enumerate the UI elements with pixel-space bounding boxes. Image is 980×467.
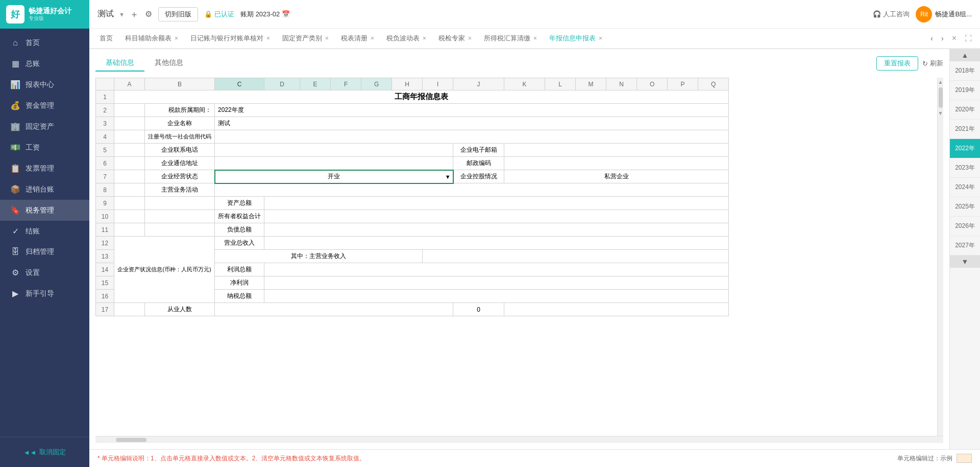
cell-K17-Q17[interactable] xyxy=(504,303,729,316)
cell-B17[interactable]: 从业人数 xyxy=(145,303,215,316)
year-item-2020[interactable]: 2020年 xyxy=(950,100,980,120)
cell-C11[interactable]: 负债总额 xyxy=(215,223,264,237)
tab-prev-btn[interactable]: ‹ xyxy=(926,32,937,44)
cell-D14-Q14[interactable] xyxy=(264,263,729,276)
cell-A[interactable] xyxy=(114,210,145,223)
sidebar-item-invoice[interactable]: 📋发票管理 xyxy=(0,158,89,179)
tab-tax_wave[interactable]: 税负波动表× xyxy=(380,29,432,49)
year-item-2026[interactable]: 2026年 xyxy=(950,217,980,236)
cell-D10-Q10[interactable] xyxy=(264,210,729,223)
cell-J5[interactable]: 企业电子邮箱 xyxy=(453,144,504,157)
sub-tab-basic[interactable]: 基础信息 xyxy=(95,55,144,72)
cell-C5-I5[interactable] xyxy=(215,144,453,157)
cell-K6-Q6[interactable] xyxy=(504,157,729,170)
cell-A[interactable] xyxy=(114,117,145,130)
cell-D13-main-revenue[interactable]: 其中：主营业务收入 xyxy=(215,250,423,263)
cell-C15[interactable]: 净利润 xyxy=(215,276,264,290)
cell-B6[interactable]: 企业通信地址 xyxy=(145,157,215,170)
tab-tax_clear[interactable]: 税表清册× xyxy=(335,29,380,49)
sidebar-item-settings[interactable]: ⚙设置 xyxy=(0,262,89,283)
cell-A[interactable] xyxy=(114,170,145,183)
year-item-2024[interactable]: 2024年 xyxy=(950,178,980,197)
year-item-2027[interactable]: 2027年 xyxy=(950,236,980,255)
cell-B10[interactable] xyxy=(145,210,215,223)
cell-B9[interactable] xyxy=(145,197,215,210)
sub-tab-other[interactable]: 其他信息 xyxy=(144,55,193,72)
cell-J6[interactable]: 邮政编码 xyxy=(453,157,504,170)
cell-D11-Q11[interactable] xyxy=(264,223,729,237)
sidebar-item-payroll[interactable]: 💵工资 xyxy=(0,137,89,158)
year-item-2025[interactable]: 2025年 xyxy=(950,197,980,217)
cell-B8[interactable]: 主营业务活动 xyxy=(145,183,215,197)
tab-home[interactable]: 首页 xyxy=(93,29,119,49)
tab-close-icon[interactable]: × xyxy=(423,35,426,42)
cell-C2[interactable]: 2022年度 xyxy=(215,104,729,117)
cell-A[interactable] xyxy=(114,104,145,117)
cell-C14[interactable]: 利润总额 xyxy=(215,263,264,276)
tab-next-btn[interactable]: › xyxy=(937,32,948,44)
cell-K7-Q7[interactable]: 私营企业 xyxy=(504,170,729,183)
scroll-down-btn[interactable]: ▼ xyxy=(937,109,943,118)
cell-J13-Q13[interactable] xyxy=(423,250,729,263)
year-scroll-down-btn[interactable]: ▼ xyxy=(950,255,980,268)
cell-C17-I17[interactable] xyxy=(215,303,453,316)
sidebar-item-guide[interactable]: ▶新手引导 xyxy=(0,283,89,304)
user-menu[interactable]: Rit 畅捷通B组... xyxy=(916,6,972,22)
cell-D9-Q9[interactable] xyxy=(264,197,729,210)
cell-C7-dropdown[interactable]: 开业▼ xyxy=(215,170,453,183)
cell-B4[interactable]: 注册号/统一社会信用代码 xyxy=(145,130,215,144)
sidebar-item-ledger[interactable]: ▦总账 xyxy=(0,53,89,74)
tab-close-icon[interactable]: × xyxy=(175,35,178,42)
year-scroll-up-btn[interactable]: ▲ xyxy=(950,49,980,61)
cell-J17[interactable]: 0 xyxy=(453,303,504,316)
sidebar-item-archive[interactable]: 🗄归档管理 xyxy=(0,242,89,262)
refresh-btn[interactable]: ↻ 刷新 xyxy=(922,56,943,71)
tab-auxiliary[interactable]: 科目辅助余额表× xyxy=(119,29,184,49)
cell-A[interactable] xyxy=(114,144,145,157)
sidebar-item-closing[interactable]: ✓结账 xyxy=(0,221,89,242)
cell-A[interactable] xyxy=(114,130,145,144)
sidebar-item-home[interactable]: ⌂首页 xyxy=(0,33,89,53)
scroll-up-btn[interactable]: ▲ xyxy=(937,78,943,86)
sidebar-collapse-btn[interactable]: ◄◄ 取消固定 xyxy=(0,442,89,462)
sidebar-item-inventory[interactable]: 📦进销台账 xyxy=(0,179,89,200)
add-tab-btn[interactable]: ＋ xyxy=(130,8,139,20)
cell-B5[interactable]: 企业联系电话 xyxy=(145,144,215,157)
cell-C9[interactable]: 资产总额 xyxy=(215,197,264,210)
dropdown-arrow[interactable]: ▼ xyxy=(445,174,451,180)
cell-A[interactable] xyxy=(114,223,145,237)
year-item-2019[interactable]: 2019年 xyxy=(950,81,980,100)
expand-tab-btn[interactable]: ⛶ xyxy=(961,32,976,44)
calendar-icon[interactable]: 📅 xyxy=(282,10,290,18)
switch-version-btn[interactable]: 切到旧版 xyxy=(158,7,198,21)
cell-K5-Q5[interactable] xyxy=(504,144,729,157)
close-all-tabs-btn[interactable]: × xyxy=(948,32,961,45)
tab-tax_expert[interactable]: 税检专家× xyxy=(432,29,478,49)
year-item-2022[interactable]: 2022年 xyxy=(950,139,980,158)
hscroll-thumb[interactable] xyxy=(116,438,146,442)
cell-D16-Q16[interactable] xyxy=(264,290,729,303)
tab-journal[interactable]: 日记账与银行对账单核对× xyxy=(184,29,276,49)
cell-C10[interactable]: 所有者权益合计 xyxy=(215,210,264,223)
cell-A[interactable] xyxy=(114,183,145,197)
settings-icon[interactable]: ⚙ xyxy=(145,9,152,19)
tab-close-icon[interactable]: × xyxy=(468,35,472,42)
tab-close-icon[interactable]: × xyxy=(371,35,374,42)
cell-J7[interactable]: 企业控股情况 xyxy=(453,170,504,183)
reset-report-btn[interactable]: 重置报表 xyxy=(876,56,918,71)
tab-close-icon[interactable]: × xyxy=(533,35,537,42)
cell-C8-Q8[interactable] xyxy=(215,183,729,197)
year-item-2023[interactable]: 2023年 xyxy=(950,158,980,178)
vertical-scrollbar[interactable]: ▲ ▼ xyxy=(937,78,943,436)
cell-D12-Q12[interactable] xyxy=(264,237,729,250)
cell-B2[interactable]: 税款所属期间： xyxy=(145,104,215,117)
cell-A[interactable] xyxy=(114,197,145,210)
year-item-2018[interactable]: 2018年 xyxy=(950,61,980,81)
tab-income_tax[interactable]: 所得税汇算清缴× xyxy=(478,29,543,49)
dropdown-arrow-icon[interactable]: ▾ xyxy=(120,10,124,18)
tab-fixed[interactable]: 固定资产类别× xyxy=(276,29,335,49)
cell-B3[interactable]: 企业名称 xyxy=(145,117,215,130)
cell-C6-I6[interactable] xyxy=(215,157,453,170)
sidebar-logo[interactable]: 好 畅捷通好会计 专业版 xyxy=(0,0,89,29)
sidebar-item-tax[interactable]: 🔖税务管理 xyxy=(0,200,89,221)
